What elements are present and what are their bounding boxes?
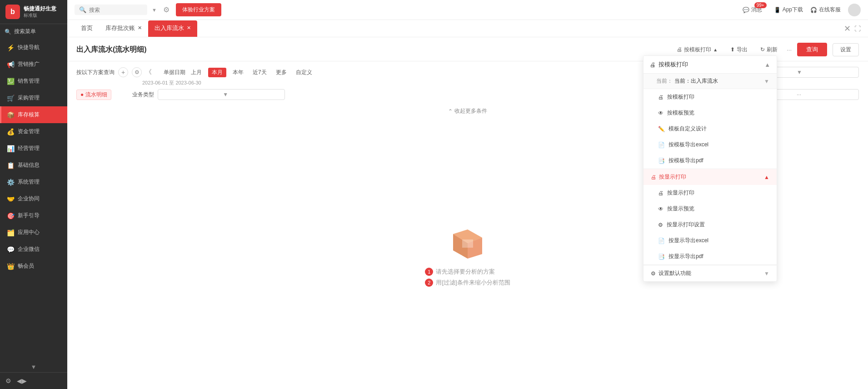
topbar: 🔍 ▼ ⚙ 体验行业方案 💬 消息 99+ 📱 App下载 🎧 在线客服 <box>67 0 868 20</box>
topbar-gear-icon[interactable]: ⚙ <box>161 4 171 16</box>
display-settings-btn[interactable]: ⚙ 按显示打印设置 <box>644 217 777 233</box>
print-template-btn[interactable]: 🖨 按模板打印 ▲ <box>673 44 721 55</box>
filter-section-label: 按以下方案查询 <box>76 69 115 76</box>
warehouse-more-btn[interactable]: ··· <box>797 91 854 98</box>
sales-icon: 💹 <box>7 78 14 85</box>
display-section-header[interactable]: 🖨 按显示打印 ▲ <box>644 169 777 185</box>
print-dropdown-panel: 🖨 按模板打印 ▲ 当前： 当前：出入库流水 ▼ 🖨 按模板打印 👁 按模板预览 <box>643 55 777 282</box>
sidebar-item-finance[interactable]: 💰 资金管理 <box>0 123 67 140</box>
sidebar-items: ⚡ 快捷导航 📢 营销推广 💹 销售管理 🛒 采购管理 📦 库存核算 💰 资金管… <box>0 39 67 362</box>
sidebar-item-inventory[interactable]: 📦 库存核算 <box>0 106 67 123</box>
dropdown-collapse-arrow[interactable]: ▲ <box>764 61 770 68</box>
date-btn-this-month[interactable]: 本月 <box>208 68 226 77</box>
display-preview-btn[interactable]: 👁 按显示预览 <box>644 201 777 217</box>
business-type-arrow: ▼ <box>223 91 280 98</box>
quick-nav-icon: ⚡ <box>7 44 14 51</box>
export-btn[interactable]: ⬆ 导出 <box>727 44 751 55</box>
date-btn-7days[interactable]: 近7天 <box>250 68 269 77</box>
system-icon: ⚙️ <box>7 179 14 186</box>
date-range-display: 2023-06-01 至 2023-06-30 <box>142 80 201 86</box>
template-export-pdf-btn[interactable]: 📑 按模板导出pdf <box>644 153 777 169</box>
topbar-dropdown-arrow[interactable]: ▼ <box>152 7 157 13</box>
sidebar-search[interactable]: 🔍 搜索菜单 <box>0 24 67 39</box>
panel-expand-btn[interactable]: ⛶ <box>854 25 861 32</box>
topbar-search-input[interactable] <box>89 7 143 13</box>
footer-arrow[interactable]: ▼ <box>764 270 769 277</box>
guide-icon: 🎯 <box>7 212 14 219</box>
sidebar-item-marketing[interactable]: 📢 营销推广 <box>0 56 67 73</box>
display-print-header-icon: 🖨 <box>651 174 656 180</box>
template-excel-icon: 📄 <box>658 142 665 148</box>
date-btn-this-year[interactable]: 本年 <box>230 68 246 77</box>
tag-filter-btn[interactable]: ⚙ <box>132 67 142 77</box>
dropdown-header-label: 按模板打印 <box>658 60 688 69</box>
refresh-btn[interactable]: ↻ 刷新 <box>757 44 781 55</box>
message-btn[interactable]: 💬 消息 99+ <box>743 6 762 14</box>
dropdown-footer[interactable]: ⚙ 设置默认功能 ▼ <box>644 265 777 281</box>
sidebar-item-system[interactable]: ⚙️ 系统管理 <box>0 174 67 190</box>
content-area: 出入库流水(流水明细) 🖨 按模板打印 ▲ ⬆ 导出 ↻ 刷新 ··· 查询 设… <box>67 37 868 389</box>
collapse-filter-btn[interactable]: 《 <box>145 68 152 76</box>
topbar-search-box[interactable]: 🔍 <box>75 5 147 15</box>
display-export-pdf-btn[interactable]: 📑 按显示导出pdf <box>644 249 777 264</box>
headset-icon: 🎧 <box>810 7 817 13</box>
print-dropdown-arrow[interactable]: ▲ <box>713 47 718 52</box>
sidebar-item-basic[interactable]: 📋 基础信息 <box>0 157 67 174</box>
toggle-sidebar-btn[interactable]: ◀▶ <box>17 377 27 384</box>
cooperation-icon: 🤝 <box>7 195 14 203</box>
current-arrow[interactable]: ▼ <box>764 78 769 85</box>
dropdown-header: 🖨 按模板打印 ▲ <box>644 56 777 74</box>
app-name: 畅捷通好生意 <box>24 5 56 13</box>
user-avatar[interactable] <box>848 4 861 16</box>
sidebar-item-operation[interactable]: 📊 经营管理 <box>0 140 67 157</box>
sidebar-item-purchase[interactable]: 🛒 采购管理 <box>0 90 67 106</box>
display-export-excel-btn[interactable]: 📄 按显示导出excel <box>644 233 777 249</box>
print-header-icon: 🖨 <box>650 61 656 68</box>
sidebar-item-member[interactable]: 👑 畅会员 <box>0 258 67 274</box>
query-btn[interactable]: 查询 <box>797 43 827 56</box>
tabs-bar: 首页 库存批次账 ✕ 出入库流水 ✕ ✕ ⛶ <box>67 20 868 37</box>
template-print-btn[interactable]: 🖨 按模板打印 <box>644 89 777 105</box>
date-btn-last-month[interactable]: 上月 <box>188 68 205 77</box>
template-preview-icon: 👁 <box>658 110 663 116</box>
template-custom-icon: ✏️ <box>658 126 665 132</box>
template-preview-btn[interactable]: 👁 按模板预览 <box>644 105 777 121</box>
template-custom-btn[interactable]: ✏️ 模板自定义设计 <box>644 121 777 137</box>
app-download-btn[interactable]: 📱 App下载 <box>774 6 803 14</box>
settings-footer-btn[interactable]: ⚙ <box>5 377 11 384</box>
sidebar-scroll-down[interactable]: ▼ <box>0 362 67 372</box>
date-btn-more[interactable]: 更多 <box>273 68 289 77</box>
svg-marker-4 <box>462 239 473 248</box>
add-filter-btn[interactable]: + <box>118 67 128 77</box>
sidebar-item-guide[interactable]: 🎯 新手引导 <box>0 207 67 224</box>
sidebar-item-quick-nav[interactable]: ⚡ 快捷导航 <box>0 39 67 56</box>
condition-icon: ● <box>80 91 84 98</box>
industry-btn[interactable]: 体验行业方案 <box>176 3 221 16</box>
sidebar-footer: ⚙ ◀▶ <box>0 372 67 389</box>
panel-close-btn[interactable]: ✕ <box>844 24 851 34</box>
sidebar-item-sales[interactable]: 💹 销售管理 <box>0 73 67 90</box>
display-print-btn[interactable]: 🖨 按显示打印 <box>644 185 777 201</box>
business-type-select[interactable]: ▼ <box>158 89 285 100</box>
tab-flow[interactable]: 出入库流水 ✕ <box>148 20 197 37</box>
more-actions-btn[interactable]: ··· <box>787 46 792 53</box>
message-badge: 99+ <box>754 2 767 8</box>
template-export-excel-btn[interactable]: 📄 按模板导出excel <box>644 137 777 153</box>
online-service-btn[interactable]: 🎧 在线客服 <box>810 6 841 14</box>
business-type-label: 业务类型 <box>132 91 154 99</box>
tab-batch-account[interactable]: 库存批次账 ✕ <box>99 20 148 37</box>
tab-batch-account-close[interactable]: ✕ <box>138 25 142 31</box>
sidebar-item-app-center[interactable]: 🗂️ 应用中心 <box>0 224 67 241</box>
sidebar-item-wechat[interactable]: 💬 企业微信 <box>0 241 67 258</box>
sidebar-item-cooperation[interactable]: 🤝 企业协同 <box>0 190 67 207</box>
tab-home[interactable]: 首页 <box>75 20 99 37</box>
tab-flow-close[interactable]: ✕ <box>187 25 191 31</box>
app-logo-icon: b <box>5 5 20 19</box>
date-filter-buttons: 上月 本月 本年 近7天 更多 自定义 <box>188 68 315 77</box>
settings-btn[interactable]: 设置 <box>833 43 859 56</box>
message-icon: 💬 <box>743 7 749 13</box>
sidebar: b 畅捷通好生意 标准版 🔍 搜索菜单 ⚡ 快捷导航 📢 营销推广 💹 销售管理… <box>0 0 67 389</box>
display-header-arrow[interactable]: ▲ <box>764 174 769 180</box>
date-btn-custom[interactable]: 自定义 <box>293 68 315 77</box>
refresh-icon: ↻ <box>760 46 765 53</box>
